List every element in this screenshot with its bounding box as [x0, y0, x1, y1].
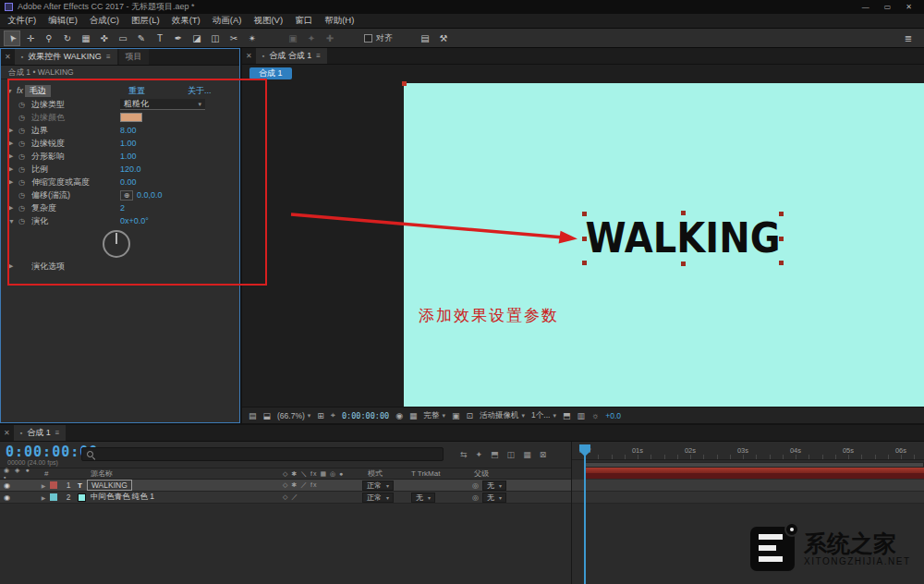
layer-row-walking[interactable]: ◉ ▶ 1 T WALKING ◇ ✱ ／ fx 正常▾ ◎ 无▾	[0, 480, 571, 492]
stopwatch-icon[interactable]: ◷	[18, 127, 31, 135]
composition-canvas[interactable]: WALKING 添加效果设置参数	[404, 83, 924, 407]
label-color-chip[interactable]	[50, 481, 57, 489]
trkmat-column-header[interactable]: T TrkMat	[411, 469, 467, 478]
offset-value[interactable]: 0.0,0.0	[137, 190, 163, 200]
menu-item-layer[interactable]: 图层(L)	[131, 15, 160, 27]
scale-value[interactable]: 120.0	[120, 164, 141, 174]
draft-3d-icon[interactable]: ✦	[476, 450, 483, 459]
stopwatch-icon[interactable]: ◷	[18, 217, 31, 225]
selection-handle[interactable]	[779, 212, 784, 216]
blend-mode-dropdown[interactable]: 正常▾	[362, 493, 394, 503]
stopwatch-icon[interactable]: ◷	[18, 165, 31, 174]
menu-item-animation[interactable]: 动画(A)	[213, 15, 242, 27]
snap-checkbox[interactable]	[364, 34, 372, 43]
selection-handle[interactable]	[582, 237, 587, 241]
expand-icon[interactable]: ▶	[8, 204, 18, 212]
label-color-chip[interactable]	[50, 493, 57, 501]
view-layout-dropdown[interactable]: 1个...	[531, 410, 550, 421]
snap-toggle[interactable]: 对齐	[364, 32, 393, 44]
parent-dropdown[interactable]: 无▾	[482, 481, 506, 491]
hide-shy-layers-icon[interactable]: ⬒	[491, 450, 499, 459]
effect-name[interactable]: 毛边	[25, 85, 51, 97]
snapshot-icon[interactable]: ◉	[395, 411, 403, 420]
motion-blur-icon[interactable]: ▦	[523, 450, 531, 459]
tab-composition[interactable]: ▪ 合成 合成 1 ≡	[256, 48, 327, 64]
exposure-value[interactable]: +0.0	[605, 411, 621, 420]
menu-item-help[interactable]: 帮助(H)	[324, 15, 354, 27]
edge-sharpness-value[interactable]: 1.00	[120, 139, 137, 148]
expand-icon[interactable]: ▶	[8, 127, 18, 134]
stopwatch-icon[interactable]: ◷	[18, 114, 31, 122]
viewer-timecode[interactable]: 0:00:00:00	[342, 411, 389, 420]
layer-switches[interactable]: ◇ ／	[279, 493, 362, 502]
panel-menu-icon[interactable]: ≡	[316, 52, 321, 60]
shape-tool-icon[interactable]: ▭	[115, 30, 131, 46]
video-visibility-toggle[interactable]: ◉	[0, 493, 37, 502]
zoom-tool-icon[interactable]: ⚲	[41, 30, 57, 46]
evolution-value[interactable]: 0x+0.0°	[120, 216, 149, 225]
mask-visibility-icon[interactable]: ▤	[249, 411, 257, 420]
layer-row-solid[interactable]: ◉ ▶ 2 中间色青色 纯色 1 ◇ ／ 正常▾ 无▾ ◎ 无▾	[0, 492, 571, 504]
effect-reset-link[interactable]: 重置	[128, 85, 145, 97]
clone-stamp-tool-icon[interactable]: ◪	[188, 30, 205, 46]
grid-guides-icon[interactable]: ⊞	[317, 411, 324, 420]
source-name-column-header[interactable]: 源名称	[76, 468, 279, 479]
parent-pickwhip-icon[interactable]: ◎	[472, 493, 479, 502]
video-visibility-toggle[interactable]: ◉	[0, 481, 37, 490]
eraser-tool-icon[interactable]: ◫	[207, 30, 224, 46]
grid-options-icon[interactable]: ▤	[417, 30, 433, 46]
collapse-icon[interactable]: ▼	[8, 218, 18, 225]
camera-view-dropdown[interactable]: 活动摄像机	[480, 410, 519, 421]
menu-item-composition[interactable]: 合成(C)	[90, 15, 119, 27]
frame-blend-icon[interactable]: ◫	[507, 450, 516, 459]
target-region-icon[interactable]: ⌖	[331, 410, 335, 420]
minimize-button[interactable]: —	[862, 3, 869, 11]
layer-expand-icon[interactable]: ▶	[37, 494, 50, 501]
menu-item-effect[interactable]: 效果(T)	[172, 15, 201, 27]
pixel-aspect-icon[interactable]: ⬒	[563, 411, 571, 420]
stopwatch-icon[interactable]: ◷	[18, 204, 31, 213]
timeline-search-input[interactable]	[100, 450, 438, 459]
offset-crosshair-button[interactable]: ⊕	[120, 190, 133, 201]
camera-tool-icon[interactable]: ▦	[78, 30, 94, 46]
stopwatch-icon[interactable]: ◷	[18, 140, 31, 148]
type-tool-icon[interactable]: T	[152, 30, 168, 46]
panel-close-icon[interactable]: ✕	[1, 49, 15, 65]
expand-icon[interactable]: ▶	[8, 140, 18, 147]
maximize-button[interactable]: ▭	[884, 3, 892, 11]
selection-tool-icon[interactable]: ➤	[4, 30, 20, 46]
layer-expand-icon[interactable]: ▶	[37, 482, 50, 489]
border-value[interactable]: 8.00	[120, 126, 137, 135]
resolution-dropdown[interactable]: 完整	[424, 410, 440, 421]
workspace-settings-icon[interactable]: ⚒	[435, 30, 452, 46]
panel-close-icon[interactable]: ✕	[242, 48, 256, 64]
tab-effect-controls[interactable]: ▪ 效果控件 WALKING ≡	[15, 49, 117, 65]
graph-editor-icon[interactable]: ⊠	[540, 450, 547, 459]
comp-navigator-button[interactable]: 合成 1	[249, 67, 292, 79]
close-button[interactable]: ✕	[906, 3, 912, 11]
menu-item-edit[interactable]: 编辑(E)	[48, 15, 78, 27]
fast-preview-icon[interactable]: ▥	[577, 411, 585, 420]
expand-icon[interactable]: ▶	[8, 178, 18, 186]
show-channel-icon[interactable]: ▦	[409, 411, 418, 420]
effect-expand-icon[interactable]: ▼	[6, 88, 17, 94]
selection-handle[interactable]	[681, 211, 686, 215]
layer-switches[interactable]: ◇ ✱ ／ fx	[279, 481, 362, 490]
stopwatch-icon[interactable]: ◷	[18, 152, 31, 161]
hand-tool-icon[interactable]: ✛	[22, 30, 39, 46]
tab-project[interactable]: 项目	[119, 49, 149, 65]
expand-icon[interactable]: ▶	[8, 165, 18, 173]
trkmat-dropdown[interactable]: 无▾	[411, 493, 435, 503]
guides-icon[interactable]: ⬓	[263, 411, 272, 420]
text-layer-content[interactable]: WALKING	[585, 212, 781, 265]
layer-duration-bar[interactable]	[585, 473, 924, 479]
evolution-dial[interactable]	[103, 230, 130, 258]
transparency-grid-icon[interactable]: ⊡	[467, 411, 474, 420]
brush-tool-icon[interactable]: ✒	[170, 30, 187, 46]
search-workspace-icon[interactable]: ≣	[904, 30, 920, 46]
stretch-value[interactable]: 0.00	[120, 177, 137, 187]
region-of-interest-icon[interactable]: ▣	[452, 411, 460, 420]
parent-pickwhip-icon[interactable]: ◎	[472, 481, 479, 490]
current-time-indicator-line[interactable]	[584, 444, 586, 584]
stopwatch-icon[interactable]: ◷	[18, 178, 31, 187]
